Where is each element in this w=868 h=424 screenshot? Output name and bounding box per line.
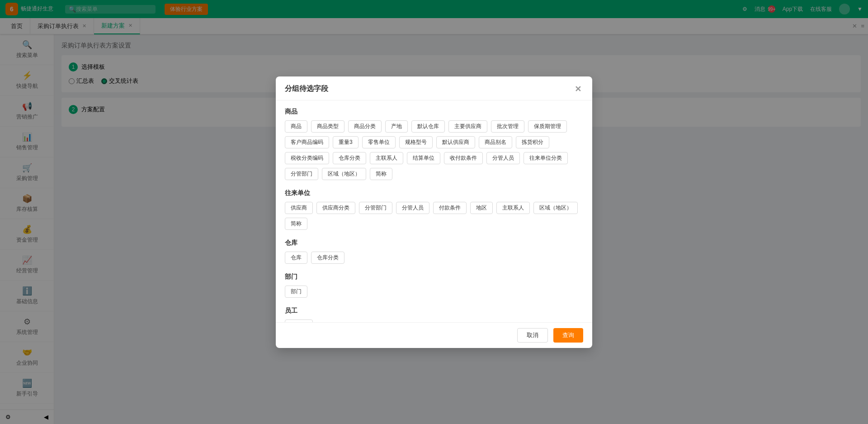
section-partner-title: 往来单位 <box>285 189 583 197</box>
section-product-title: 商品 <box>285 108 583 116</box>
field-tag[interactable]: 结算单位 <box>407 152 440 164</box>
field-tag[interactable]: 商品别名 <box>479 136 512 148</box>
field-tag[interactable]: 主联系人 <box>496 202 530 214</box>
field-tag[interactable]: 默认供应商 <box>436 136 475 148</box>
product-field-tags: 商品商品类型商品分类产地默认仓库主要供应商批次管理保质期管理客户商品编码重量3零… <box>285 120 583 180</box>
modal-overlay: 分组待选字段 ✕ 商品 商品商品类型商品分类产地默认仓库主要供应商批次管理保质期… <box>0 0 868 424</box>
modal-footer: 取消 查询 <box>276 322 592 348</box>
field-tag[interactable]: 商品分类 <box>348 120 382 133</box>
field-tag[interactable]: 规格型号 <box>399 136 433 148</box>
confirm-button[interactable]: 查询 <box>553 328 583 343</box>
field-tag[interactable]: 默认仓库 <box>411 120 445 133</box>
field-tag[interactable]: 零售单位 <box>362 136 396 148</box>
section-employee-title: 员工 <box>285 307 583 315</box>
field-tag[interactable]: 商品 <box>285 120 307 133</box>
section-employee: 员工 业务员 <box>285 307 583 322</box>
field-tag[interactable]: 区域（地区） <box>322 168 366 180</box>
section-dept: 部门 部门 <box>285 273 583 298</box>
field-tag[interactable]: 简称 <box>285 218 307 230</box>
field-tag[interactable]: 区域（地区） <box>533 202 578 214</box>
field-tag[interactable]: 重量3 <box>333 136 359 148</box>
field-tag[interactable]: 收付款条件 <box>444 152 483 164</box>
field-tag[interactable]: 供应商 <box>285 202 313 214</box>
field-tag[interactable]: 往来单位分类 <box>524 152 568 164</box>
modal-close-button[interactable]: ✕ <box>572 84 583 95</box>
field-tag[interactable]: 主联系人 <box>370 152 403 164</box>
field-tag[interactable]: 分管部门 <box>285 168 318 180</box>
section-warehouse: 仓库 仓库仓库分类 <box>285 239 583 264</box>
field-tag[interactable]: 税收分类编码 <box>285 152 329 164</box>
field-tag[interactable]: 分管人员 <box>486 152 520 164</box>
field-tag[interactable]: 分管部门 <box>359 202 392 214</box>
section-product: 商品 商品商品类型商品分类产地默认仓库主要供应商批次管理保质期管理客户商品编码重… <box>285 108 583 180</box>
field-tag[interactable]: 拣货积分 <box>516 136 549 148</box>
field-tag[interactable]: 产地 <box>385 120 408 133</box>
field-tag[interactable]: 仓库 <box>285 252 307 264</box>
field-tag[interactable]: 客户商品编码 <box>285 136 329 148</box>
field-tag[interactable]: 地区 <box>470 202 493 214</box>
dept-field-tags: 部门 <box>285 286 583 298</box>
modal-body[interactable]: 商品 商品商品类型商品分类产地默认仓库主要供应商批次管理保质期管理客户商品编码重… <box>276 100 592 322</box>
field-select-modal: 分组待选字段 ✕ 商品 商品商品类型商品分类产地默认仓库主要供应商批次管理保质期… <box>276 76 592 348</box>
modal-header: 分组待选字段 ✕ <box>276 76 592 100</box>
section-dept-title: 部门 <box>285 273 583 281</box>
section-warehouse-title: 仓库 <box>285 239 583 247</box>
field-tag[interactable]: 主要供应商 <box>448 120 487 133</box>
field-tag[interactable]: 商品类型 <box>311 120 344 133</box>
field-tag[interactable]: 批次管理 <box>491 120 524 133</box>
field-tag[interactable]: 部门 <box>285 286 307 298</box>
field-tag[interactable]: 仓库分类 <box>333 152 366 164</box>
field-tag[interactable]: 简称 <box>370 168 392 180</box>
section-partner: 往来单位 供应商供应商分类分管部门分管人员付款条件地区主联系人区域（地区）简称 <box>285 189 583 230</box>
partner-field-tags: 供应商供应商分类分管部门分管人员付款条件地区主联系人区域（地区）简称 <box>285 202 583 230</box>
field-tag[interactable]: 分管人员 <box>396 202 429 214</box>
field-tag[interactable]: 保质期管理 <box>528 120 567 133</box>
cancel-button[interactable]: 取消 <box>517 328 548 343</box>
field-tag[interactable]: 仓库分类 <box>311 252 344 264</box>
warehouse-field-tags: 仓库仓库分类 <box>285 252 583 264</box>
modal-title: 分组待选字段 <box>285 84 328 94</box>
field-tag[interactable]: 付款条件 <box>433 202 467 214</box>
field-tag[interactable]: 供应商分类 <box>316 202 355 214</box>
